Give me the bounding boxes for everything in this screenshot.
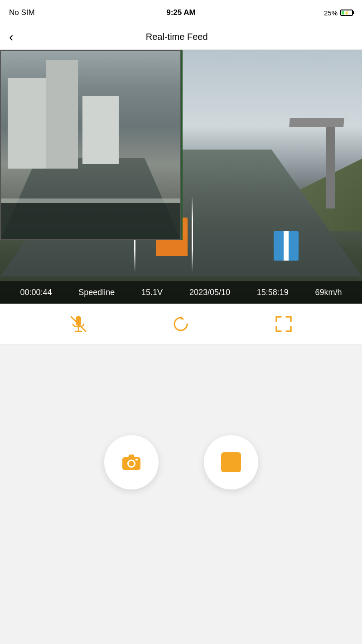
capture-button[interactable] bbox=[104, 435, 159, 489]
video-overlay: 00:00:44 Speedline 15.1V 2023/05/10 15:5… bbox=[0, 281, 362, 304]
refresh-icon bbox=[171, 314, 191, 334]
battery-area: 25% ⚡ bbox=[324, 9, 353, 17]
inset-camera-view bbox=[0, 50, 181, 240]
video-speed: 69km/h bbox=[315, 288, 342, 297]
back-button[interactable]: ‹ bbox=[9, 31, 13, 44]
stop-button[interactable] bbox=[204, 435, 258, 489]
video-timestamp: 00:00:44 bbox=[20, 288, 52, 297]
video-time: 15:58:19 bbox=[257, 288, 289, 297]
fullscreen-button[interactable] bbox=[271, 312, 296, 336]
svg-rect-8 bbox=[135, 459, 138, 460]
sim-status: No SIM bbox=[9, 8, 35, 17]
svg-marker-4 bbox=[181, 316, 184, 320]
battery-icon: ⚡ bbox=[340, 10, 353, 16]
video-date: 2023/05/10 bbox=[189, 288, 230, 297]
page-title: Real-time Feed bbox=[22, 32, 331, 42]
status-time: 9:25 AM bbox=[166, 8, 196, 17]
battery-bolt-icon: ⚡ bbox=[344, 10, 349, 15]
mute-mic-icon bbox=[68, 314, 88, 334]
controls-bar bbox=[0, 304, 362, 344]
battery-percentage: 25% bbox=[324, 9, 338, 17]
video-voltage: 15.1V bbox=[141, 288, 163, 297]
stop-icon bbox=[221, 452, 241, 472]
refresh-button[interactable] bbox=[169, 312, 193, 336]
fullscreen-icon bbox=[274, 314, 294, 334]
camera-icon bbox=[120, 451, 143, 474]
action-buttons bbox=[104, 435, 258, 489]
video-brand: Speedline bbox=[78, 288, 115, 297]
header: ‹ Real-time Feed bbox=[0, 24, 362, 50]
bus bbox=[274, 231, 299, 261]
svg-point-7 bbox=[129, 461, 134, 466]
mute-mic-button[interactable] bbox=[66, 312, 91, 336]
status-bar: No SIM 9:25 AM 25% ⚡ bbox=[0, 0, 362, 24]
main-area bbox=[0, 344, 362, 644]
video-feed: 00:00:44 Speedline 15.1V 2023/05/10 15:5… bbox=[0, 50, 362, 304]
camera-divider bbox=[181, 50, 183, 240]
main-camera-view bbox=[0, 50, 362, 304]
